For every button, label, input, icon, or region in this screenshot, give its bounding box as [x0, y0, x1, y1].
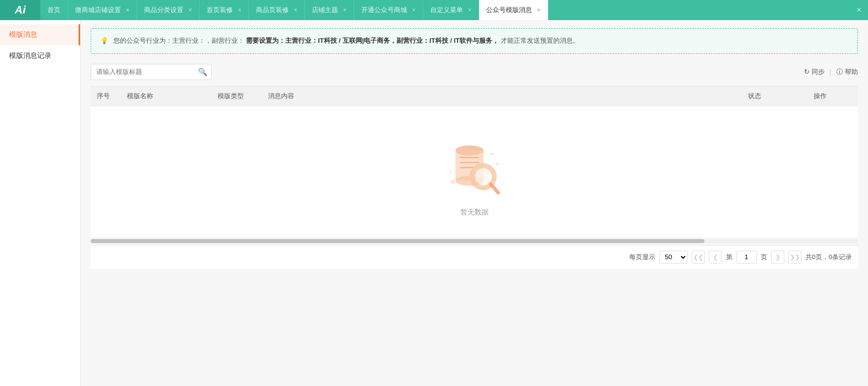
svg-point-12	[491, 153, 493, 155]
nav-tab-open-mall[interactable]: 开通公众号商城×	[354, 0, 423, 20]
info-prefix: 您的公众号行业为：主营行业：，副营行业：	[113, 37, 244, 44]
search-input[interactable]	[91, 64, 212, 80]
sync-button[interactable]: ↻ 同步	[804, 67, 825, 76]
sidebar: 模版消息模版消息记录	[0, 20, 81, 386]
svg-point-11	[496, 163, 499, 166]
col-header-action: 操作	[808, 86, 858, 106]
per-page-label: 每页显示	[629, 253, 655, 262]
prev-page-button[interactable]: ❮	[709, 251, 722, 264]
page-input[interactable]	[737, 251, 757, 264]
tab-close-category-settings[interactable]: ×	[188, 7, 192, 14]
empty-text: 暂无数据	[91, 208, 858, 217]
page-label: 第	[726, 253, 732, 262]
tab-close-open-mall[interactable]: ×	[412, 7, 416, 14]
empty-illustration	[442, 136, 507, 202]
sync-label: 同步	[812, 67, 825, 76]
col-header-content: 消息内容	[262, 86, 742, 106]
help-button[interactable]: ⓘ 帮助	[836, 67, 858, 76]
nav-tabs: 首页微商城店铺设置×商品分类设置×首页装修×商品页装修×店铺主题×开通公众号商城…	[40, 0, 850, 20]
total-info: 共0页，0条记录	[806, 253, 852, 262]
last-page-button[interactable]: ❯❯	[788, 251, 802, 264]
search-actions: ↻ 同步 | ⓘ 帮助	[804, 67, 858, 76]
svg-point-13	[449, 170, 452, 173]
tab-close-template-msg[interactable]: ×	[537, 7, 541, 14]
col-header-status: 状态	[742, 86, 808, 106]
nav-tab-template-msg[interactable]: 公众号模版消息×	[479, 0, 548, 20]
per-page-select[interactable]: 50 10 20 100	[659, 251, 688, 264]
col-header-name: 模版名称	[121, 86, 212, 106]
col-header-type: 模版类型	[212, 86, 262, 106]
tab-close-product-decor[interactable]: ×	[294, 7, 297, 14]
info-banner: 💡 您的公众号行业为：主营行业：，副营行业： 需要设置为：主营行业：IT科技 /…	[91, 28, 858, 54]
sidebar-item-template-history[interactable]: 模版消息记录	[0, 45, 80, 66]
svg-line-9	[491, 184, 498, 193]
close-all-button[interactable]: ×	[850, 0, 868, 20]
nav-tab-product-decor[interactable]: 商品页装修×	[249, 0, 305, 20]
col-header-seq: 序号	[91, 86, 121, 106]
search-wrap: 🔍	[91, 64, 212, 80]
table-header-row: 序号 模版名称 模版类型 消息内容 状态 操作	[91, 86, 858, 106]
search-row: 🔍 ↻ 同步 | ⓘ 帮助	[91, 64, 858, 80]
main-layout: 模版消息模版消息记录 💡 您的公众号行业为：主营行业：，副营行业： 需要设置为：…	[0, 20, 868, 386]
nav-tab-custom-menu[interactable]: 自定义菜单×	[423, 0, 479, 20]
next-page-button[interactable]: ❯	[771, 251, 784, 264]
nav-tab-shop-settings[interactable]: 微商城店铺设置×	[68, 0, 137, 20]
info-suffix: 才能正常发送预置的消息。	[501, 37, 579, 44]
help-icon: ⓘ	[836, 67, 843, 76]
nav-tab-home[interactable]: 首页	[40, 0, 68, 20]
scrollbar-thumb[interactable]	[91, 239, 704, 243]
search-icon[interactable]: 🔍	[198, 67, 208, 76]
tab-close-homepage-decor[interactable]: ×	[238, 7, 241, 14]
nav-tab-category-settings[interactable]: 商品分类设置×	[137, 0, 199, 20]
content-area: 💡 您的公众号行业为：主营行业：，副营行业： 需要设置为：主营行业：IT科技 /…	[81, 20, 868, 386]
svg-point-8	[475, 169, 491, 185]
empty-state: 暂无数据	[91, 106, 858, 237]
data-table: 序号 模版名称 模版类型 消息内容 状态 操作	[91, 86, 858, 237]
top-nav: Ai 首页微商城店铺设置×商品分类设置×首页装修×商品页装修×店铺主题×开通公众…	[0, 0, 868, 20]
sidebar-item-template-msg[interactable]: 模版消息	[0, 24, 80, 45]
tab-close-shop-settings[interactable]: ×	[126, 7, 129, 14]
pagination-bar: 每页显示 50 10 20 100 ❮❮ ❮ 第 页 ❯ ❯❯ 共0页，0条记录	[91, 245, 858, 269]
divider: |	[830, 68, 831, 75]
svg-point-10	[451, 180, 455, 184]
tab-close-shop-theme[interactable]: ×	[343, 7, 347, 14]
empty-row: 暂无数据	[91, 106, 858, 237]
bulb-icon: 💡	[100, 37, 108, 44]
svg-point-3	[455, 145, 484, 156]
sync-icon: ↻	[804, 68, 810, 75]
nav-tab-homepage-decor[interactable]: 首页装修×	[199, 0, 249, 20]
tab-close-custom-menu[interactable]: ×	[468, 7, 472, 14]
nav-tab-shop-theme[interactable]: 店铺主题×	[305, 0, 354, 20]
first-page-button[interactable]: ❮❮	[692, 251, 705, 264]
horizontal-scrollbar[interactable]	[91, 239, 858, 243]
info-highlight: 需要设置为：主营行业：IT科技 / 互联网|电子商务，副营行业：IT科技 / I…	[246, 37, 499, 44]
help-label: 帮助	[845, 67, 858, 76]
page-unit: 页	[761, 253, 767, 262]
app-logo: Ai	[0, 0, 40, 20]
